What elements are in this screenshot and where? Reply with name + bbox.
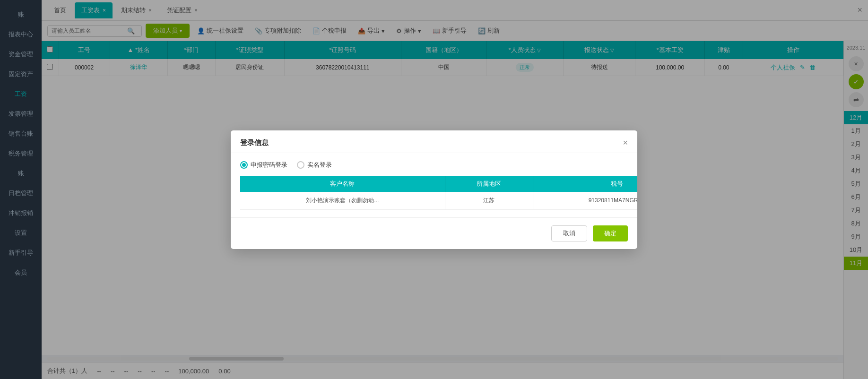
dialog-header: 登录信息 × — [231, 130, 637, 153]
radio-declaration-circle — [240, 161, 248, 169]
dialog-col-region: 所属地区 — [445, 176, 533, 192]
dialog-close-button[interactable]: × — [623, 138, 628, 148]
client-table: 客户名称 所属地区 税号 个税密码 刘小艳演示账套（勿删勿动... 江苏 913… — [240, 176, 637, 210]
dialog-footer: 取消 确定 — [231, 217, 637, 249]
cancel-button[interactable]: 取消 — [551, 225, 587, 241]
dialog-col-taxno: 税号 — [533, 176, 637, 192]
dialog-cell-name: 刘小艳演示账套（勿删勿动... — [240, 192, 445, 210]
login-type-radio-group: 申报密码登录 实名登录 — [240, 161, 628, 169]
dialog-table-row: 刘小艳演示账套（勿删勿动... 江苏 91320811MA7NGR2... — [240, 192, 637, 210]
confirm-button[interactable]: 确定 — [593, 225, 628, 241]
dialog-body: 申报密码登录 实名登录 客户名称 所属地区 税号 个税密码 — [231, 153, 637, 217]
dialog-cell-region: 江苏 — [445, 192, 533, 210]
dialog-title: 登录信息 — [240, 138, 269, 147]
dialog-overlay: 登录信息 × 申报密码登录 实名登录 客户名称 — [0, 0, 868, 379]
radio-realname-circle — [297, 161, 304, 169]
radio-real-name[interactable]: 实名登录 — [297, 161, 332, 169]
radio-declaration-password[interactable]: 申报密码登录 — [240, 161, 287, 169]
dialog-cell-taxno: 91320811MA7NGR2... — [533, 192, 637, 210]
login-dialog: 登录信息 × 申报密码登录 实名登录 客户名称 — [231, 130, 637, 249]
dialog-col-name: 客户名称 — [240, 176, 445, 192]
